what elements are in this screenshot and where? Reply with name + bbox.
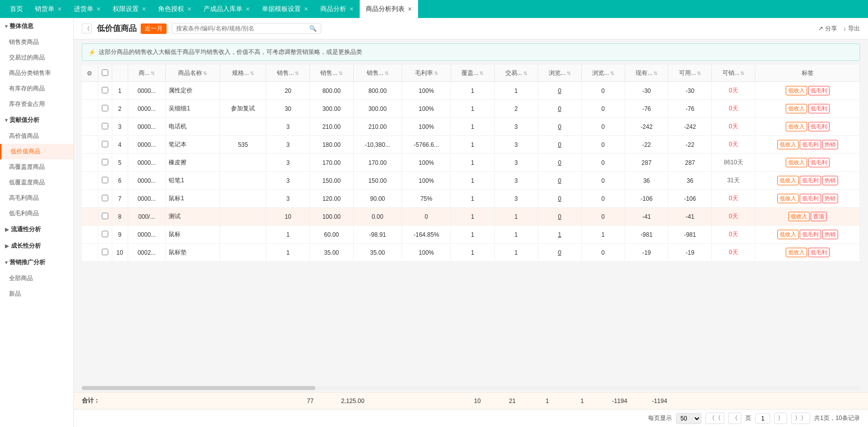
row-checkbox[interactable] xyxy=(102,231,108,237)
available-column-header[interactable]: 可用...⇅ xyxy=(668,65,712,82)
name-column-header[interactable]: 商品名称⇅ xyxy=(166,65,220,82)
browse-link[interactable]: 0 xyxy=(558,105,561,112)
close-icon[interactable]: ✕ xyxy=(142,6,146,12)
row-checkbox[interactable] xyxy=(102,141,108,147)
date-filter-button[interactable]: 近一月 xyxy=(141,23,167,34)
browse-link[interactable]: 0 xyxy=(558,87,561,94)
checkbox-cell[interactable] xyxy=(98,226,112,244)
checkbox-cell[interactable] xyxy=(98,100,112,118)
sidebar-item-category-sales-rate[interactable]: 商品分类销售率 xyxy=(0,65,73,81)
nav-template-settings[interactable]: 单据模板设置 ✕ xyxy=(256,0,314,18)
checkbox-cell[interactable] xyxy=(98,244,112,262)
row-checkbox[interactable] xyxy=(102,213,108,219)
browse1[interactable]: 0 xyxy=(538,154,581,172)
row-checkbox[interactable] xyxy=(102,123,108,129)
browse1[interactable]: 0 xyxy=(538,244,581,262)
code-column-header[interactable]: 商...⇅ xyxy=(128,65,166,82)
browse-link[interactable]: 0 xyxy=(558,123,561,130)
browse1[interactable]: 0 xyxy=(538,118,581,136)
sales-qty-column-header[interactable]: 销售...⇅ xyxy=(266,65,310,82)
browse1[interactable]: 0 xyxy=(538,136,581,154)
collapse-button[interactable]: 《 xyxy=(82,23,92,33)
browse1[interactable]: 0 xyxy=(538,208,581,226)
sidebar-group-overall[interactable]: ▾ 整体信息 xyxy=(0,18,73,34)
sidebar-item-new-goods[interactable]: 新品 xyxy=(0,286,73,302)
nav-permissions[interactable]: 权限设置 ✕ xyxy=(107,0,152,18)
close-icon[interactable]: ✕ xyxy=(349,6,354,12)
next-page-button[interactable]: 〉 xyxy=(774,413,787,424)
browse1[interactable]: 0 xyxy=(538,190,581,208)
sidebar-item-low-value[interactable]: 低价值商品 xyxy=(0,144,73,159)
browse-link[interactable]: 0 xyxy=(558,141,561,148)
nav-roles[interactable]: 角色授权 ✕ xyxy=(152,0,198,18)
spec-column-header[interactable]: 规格...⇅ xyxy=(220,65,266,82)
close-icon[interactable]: ✕ xyxy=(304,6,308,12)
share-button[interactable]: ↗ 分享 xyxy=(818,24,837,33)
checkbox-cell[interactable] xyxy=(98,136,112,154)
export-button[interactable]: ↓ 导出 xyxy=(843,24,860,33)
search-input[interactable] xyxy=(176,25,307,32)
row-checkbox[interactable] xyxy=(102,105,108,111)
current-stock-column-header[interactable]: 现有...⇅ xyxy=(625,65,668,82)
sidebar-item-high-margin[interactable]: 高毛利商品 xyxy=(0,190,73,206)
coverage-column-header[interactable]: 覆盖...⇅ xyxy=(451,65,494,82)
sidebar-item-sales-goods[interactable]: 销售类商品 xyxy=(0,34,73,50)
sales-net-column-header[interactable]: 销售...⇅ xyxy=(353,65,402,82)
row-checkbox[interactable] xyxy=(102,87,108,93)
gross-rate-column-header[interactable]: 毛利率⇅ xyxy=(402,65,450,82)
nav-sales[interactable]: 销货单 ✕ xyxy=(29,0,68,18)
browse1[interactable]: 0 xyxy=(538,82,581,100)
sales-amt-column-header[interactable]: 销售...⇅ xyxy=(310,65,353,82)
row-checkbox[interactable] xyxy=(102,195,108,201)
trade-column-header[interactable]: 交易...⇅ xyxy=(494,65,538,82)
checkbox-cell[interactable] xyxy=(98,190,112,208)
browse-link[interactable]: 1 xyxy=(558,231,561,238)
sidebar-item-inventory-capital[interactable]: 库存资金占用 xyxy=(0,96,73,112)
row-checkbox[interactable] xyxy=(102,177,108,183)
search-icon[interactable]: 🔍 xyxy=(309,25,317,32)
nav-product-analysis[interactable]: 商品分析 ✕ xyxy=(314,0,360,18)
last-page-button[interactable]: 〉〉 xyxy=(791,413,810,424)
sidebar-item-high-coverage[interactable]: 高覆盖度商品 xyxy=(0,159,73,175)
sidebar-group-circulation[interactable]: ▶ 流通性分析 xyxy=(0,221,73,238)
first-page-button[interactable]: 〈〈 xyxy=(705,413,724,424)
nav-purchase[interactable]: 进货单 ✕ xyxy=(68,0,107,18)
nav-home[interactable]: 首页 xyxy=(4,0,29,18)
sidebar-item-low-coverage[interactable]: 低覆盖度商品 xyxy=(0,175,73,190)
browse1[interactable]: 0 xyxy=(538,172,581,190)
sellable-column-header[interactable]: 可销...⇅ xyxy=(712,65,755,82)
sidebar-item-all-goods[interactable]: 全部商品 xyxy=(0,271,73,286)
browse-link[interactable]: 0 xyxy=(558,249,561,256)
browse2-column-header[interactable]: 浏览...⇅ xyxy=(581,65,625,82)
close-icon[interactable]: ✕ xyxy=(408,6,412,12)
settings-column-header[interactable]: ⚙ xyxy=(82,65,98,82)
sidebar-item-in-stock-goods[interactable]: 有库存的商品 xyxy=(0,81,73,96)
browse-link[interactable]: 0 xyxy=(558,159,561,166)
scrollbar-track[interactable] xyxy=(82,386,860,390)
browse-link[interactable]: 0 xyxy=(558,213,561,220)
close-icon[interactable]: ✕ xyxy=(96,6,101,12)
close-icon[interactable]: ✕ xyxy=(57,6,62,12)
nav-finished-goods[interactable]: 产成品入库单 ✕ xyxy=(198,0,256,18)
sidebar-group-contribution[interactable]: ▾ 贡献值分析 xyxy=(0,112,73,128)
sidebar-item-low-margin[interactable]: 低毛利商品 xyxy=(0,206,73,221)
checkbox-cell[interactable] xyxy=(98,82,112,100)
browse1[interactable]: 1 xyxy=(538,226,581,244)
sidebar-item-high-value[interactable]: 高价值商品 xyxy=(0,128,73,144)
page-number-input[interactable] xyxy=(755,414,770,424)
sidebar-item-traded-goods[interactable]: 交易过的商品 xyxy=(0,50,73,65)
checkbox-cell[interactable] xyxy=(98,172,112,190)
per-page-select[interactable]: 50 100 200 xyxy=(676,413,701,424)
checkbox-cell[interactable] xyxy=(98,208,112,226)
browse-link[interactable]: 0 xyxy=(558,177,561,184)
close-icon[interactable]: ✕ xyxy=(245,6,250,12)
select-all-checkbox[interactable] xyxy=(102,69,108,76)
browse1[interactable]: 0 xyxy=(538,100,581,118)
nav-product-analysis-list[interactable]: 商品分析列表 ✕ xyxy=(360,0,418,18)
row-checkbox[interactable] xyxy=(102,249,108,255)
scrollbar-thumb[interactable] xyxy=(82,386,315,390)
sidebar-group-growth[interactable]: ▶ 成长性分析 xyxy=(0,238,73,254)
browse-link[interactable]: 0 xyxy=(558,195,561,202)
sidebar-group-marketing[interactable]: ▾ 营销推广分析 xyxy=(0,254,73,271)
checkbox-cell[interactable] xyxy=(98,118,112,136)
